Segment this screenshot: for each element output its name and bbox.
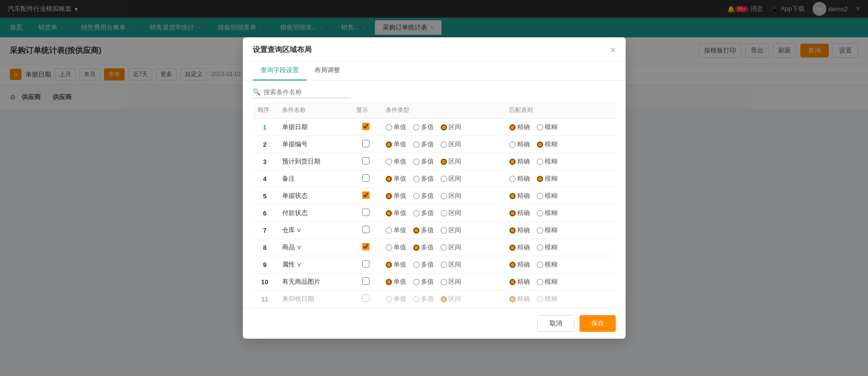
th-seq: 顺序: [253, 102, 277, 110]
tab-query-fields-label: 查询字段设置: [261, 66, 299, 74]
dialog-table-wrap: 顺序 条件名称 显示 条件类型 匹配原则 1 单据日期 单值: [243, 102, 626, 110]
modal-overlay: 设置查询区域布局 × 查询字段设置 布局调整 🔍 顺序: [0, 0, 868, 110]
dialog-search-area: 🔍: [243, 81, 626, 102]
tab-layout-adjust[interactable]: 布局调整: [307, 61, 348, 81]
table-header-row: 顺序 条件名称 显示 条件类型 匹配原则: [253, 102, 616, 110]
th-type: 条件类型: [381, 102, 504, 110]
th-name: 条件名称: [277, 102, 351, 110]
tab-query-fields[interactable]: 查询字段设置: [253, 61, 307, 81]
dialog-tabs: 查询字段设置 布局调整: [243, 61, 626, 81]
dialog-title: 设置查询区域布局: [253, 45, 312, 54]
search-input[interactable]: [263, 88, 342, 96]
th-rule: 匹配原则: [504, 102, 616, 110]
dialog: 设置查询区域布局 × 查询字段设置 布局调整 🔍 顺序: [243, 37, 626, 110]
search-icon: 🔍: [253, 88, 261, 96]
tab-layout-adjust-label: 布局调整: [315, 66, 340, 74]
dialog-header: 设置查询区域布局 ×: [243, 37, 626, 61]
th-show: 显示: [351, 102, 381, 110]
dialog-table: 顺序 条件名称 显示 条件类型 匹配原则 1 单据日期 单值: [253, 102, 616, 110]
dialog-close-button[interactable]: ×: [610, 46, 616, 54]
search-box: 🔍: [253, 86, 351, 98]
